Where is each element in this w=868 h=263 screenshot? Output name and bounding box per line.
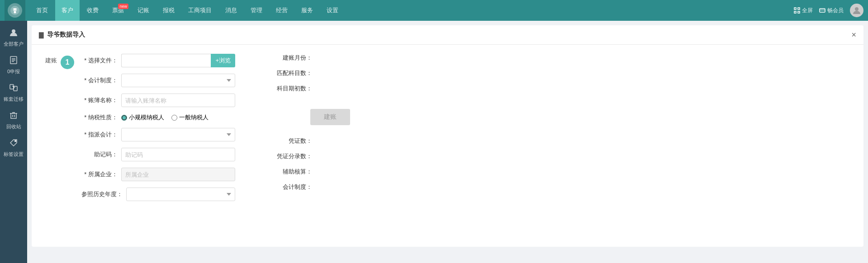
- step-build-label: 建账: [45, 56, 57, 65]
- panel-title: ▇ 导爷数据导入: [39, 31, 85, 39]
- radio-group: 小规模纳税人 一般纳税人: [121, 113, 209, 122]
- tax-option2-item[interactable]: 一般纳税人: [171, 113, 209, 122]
- logo-icon: [8, 3, 22, 18]
- fullscreen-button[interactable]: 全屏: [794, 7, 813, 14]
- ledger-name-label: * 账簿名称：: [81, 96, 118, 104]
- sidebar-item-zero-filing[interactable]: 0申报: [1, 52, 26, 79]
- sidebar: 全部客户 0申报 账套迁移 回收站 标签设置: [0, 21, 27, 263]
- form-section: * 选择文件： +浏览 * 会计制度：: [81, 54, 235, 201]
- memo-code-label: 助记码：: [81, 150, 118, 159]
- file-input-group: +浏览: [121, 54, 235, 67]
- match-subjects-row: 匹配科目数：: [267, 69, 394, 77]
- memo-code-row: 助记码：: [81, 148, 235, 161]
- top-nav: 首页 客户 收费 票据 new 记账 报税 工商项目 消息 管理 经营: [0, 0, 868, 21]
- nav-item-customers[interactable]: 客户: [55, 0, 80, 21]
- voucher-entries-label: 凭证分录数：: [267, 152, 312, 160]
- member-label: 畅会员: [827, 7, 844, 14]
- ledger-name-input[interactable]: [121, 94, 235, 107]
- history-year-label: 参照历史年度：: [81, 190, 123, 198]
- svg-rect-3: [798, 8, 800, 9]
- nav-item-messages[interactable]: 消息: [219, 0, 243, 21]
- voucher-entries-row: 凭证分录数：: [267, 152, 394, 160]
- accountant-row: * 指派会计：: [81, 128, 235, 141]
- browse-button[interactable]: +浏览: [211, 54, 235, 67]
- nav-item-manage[interactable]: 管理: [244, 0, 269, 21]
- svg-rect-5: [798, 11, 800, 13]
- voucher-count-row: 凭证数：: [267, 137, 394, 145]
- avatar[interactable]: [850, 4, 863, 17]
- nav-item-service[interactable]: 服务: [295, 0, 319, 21]
- svg-rect-2: [794, 8, 796, 9]
- sidebar-label-all-customers: 全部客户: [4, 41, 24, 47]
- tax-option1-label: 小规模纳税人: [129, 113, 164, 122]
- nav-item-ops[interactable]: 经营: [270, 0, 294, 21]
- step-badge: 1: [61, 56, 74, 69]
- nav-item-fees[interactable]: 收费: [81, 0, 105, 21]
- info-section: 建账月份： 匹配科目数： 科目期初数： 建账: [267, 54, 394, 201]
- nav-item-settings[interactable]: 设置: [320, 0, 345, 21]
- recycle-icon: [9, 111, 18, 122]
- period-initial-label: 科目期初数：: [267, 85, 312, 93]
- accounting-system-label: * 会计制度：: [81, 76, 118, 85]
- accountant-select[interactable]: [121, 128, 235, 141]
- svg-rect-4: [794, 11, 796, 13]
- sidebar-label-migration: 账套迁移: [4, 96, 24, 103]
- content-area: ▇ 导爷数据导入 × 建账 1: [27, 21, 868, 263]
- memo-code-input[interactable]: [121, 148, 235, 161]
- company-row: * 所属企业：: [81, 168, 235, 181]
- build-month-row: 建账月份：: [267, 54, 394, 62]
- new-badge: new: [118, 4, 128, 9]
- svg-point-20: [15, 141, 16, 142]
- accounting-system-row: * 会计制度：: [81, 74, 235, 87]
- history-year-row: 参照历史年度：: [81, 188, 235, 201]
- sidebar-label-tags: 标签设置: [4, 151, 24, 158]
- accounting-system-info-label: 会计制度：: [267, 183, 312, 191]
- build-month-label: 建账月份：: [267, 54, 312, 62]
- sidebar-label-recycle: 回收站: [6, 123, 21, 130]
- nav-item-home[interactable]: 首页: [30, 0, 54, 21]
- accounting-system-info-row: 会计制度：: [267, 183, 394, 191]
- nav-item-tickets[interactable]: 票据 new: [106, 0, 130, 21]
- svg-point-1: [14, 11, 16, 14]
- tax-option1-radio[interactable]: [121, 115, 127, 121]
- all-customers-icon: [9, 28, 18, 39]
- sidebar-label-zero-filing: 0申报: [7, 68, 20, 75]
- file-select-row: * 选择文件： +浏览: [81, 54, 235, 67]
- close-button[interactable]: ×: [851, 31, 856, 39]
- tax-option2-radio[interactable]: [171, 115, 177, 121]
- logo-area: [5, 0, 25, 21]
- panel-title-text: 导爷数据导入: [47, 31, 85, 39]
- sidebar-item-tags[interactable]: 标签设置: [1, 135, 26, 161]
- nav-item-bookkeeping[interactable]: 记账: [131, 0, 156, 21]
- match-subjects-label: 匹配科目数：: [267, 69, 312, 77]
- file-input[interactable]: [121, 54, 211, 67]
- nav-item-business[interactable]: 工商项目: [182, 0, 218, 21]
- build-account-button[interactable]: 建账: [310, 109, 350, 125]
- panel-header: ▇ 导爷数据导入 ×: [32, 25, 863, 45]
- fullscreen-label: 全屏: [802, 7, 813, 14]
- zero-filing-icon: [9, 56, 18, 67]
- voucher-count-label: 凭证数：: [267, 137, 312, 145]
- company-input[interactable]: [121, 168, 235, 181]
- tax-option1-item[interactable]: 小规模纳税人: [121, 113, 164, 122]
- panel-body: 建账 1 * 选择文件： +浏览: [32, 45, 863, 210]
- svg-point-9: [12, 29, 15, 33]
- ledger-name-row: * 账簿名称：: [81, 94, 235, 107]
- tax-option2-label: 一般纳税人: [179, 113, 209, 122]
- sidebar-item-all-customers[interactable]: 全部客户: [1, 24, 26, 51]
- panel-title-icon: ▇: [39, 32, 43, 38]
- period-initial-row: 科目期初数：: [267, 85, 394, 93]
- history-year-select[interactable]: [126, 188, 235, 201]
- member-button[interactable]: 畅会员: [819, 7, 844, 14]
- file-label: * 选择文件：: [81, 56, 118, 65]
- accountant-label: * 指派会计：: [81, 131, 118, 139]
- main-layout: 全部客户 0申报 账套迁移 回收站 标签设置: [0, 21, 868, 263]
- tax-type-row: * 纳税性质： 小规模纳税人 一般纳税人: [81, 113, 235, 122]
- accounting-system-select[interactable]: [121, 74, 235, 87]
- tags-icon: [9, 138, 18, 150]
- sidebar-item-recycle[interactable]: 回收站: [1, 107, 26, 134]
- auxiliary-label: 辅助核算：: [267, 168, 312, 176]
- sidebar-item-migration[interactable]: 账套迁移: [1, 80, 26, 106]
- nav-items: 首页 客户 收费 票据 new 记账 报税 工商项目 消息 管理 经营: [30, 0, 794, 21]
- nav-item-tax[interactable]: 报税: [157, 0, 181, 21]
